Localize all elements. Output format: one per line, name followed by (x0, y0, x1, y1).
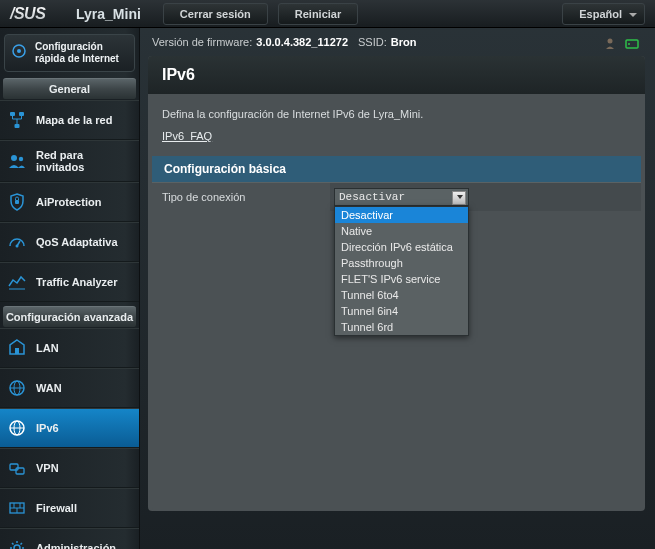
sidebar-item-label: QoS Adaptativa (36, 236, 118, 248)
connection-type-row: Tipo de conexión Desactivar Desactivar N… (152, 182, 641, 211)
connection-type-label: Tipo de conexión (152, 183, 330, 211)
wan-status-icon[interactable] (625, 36, 639, 50)
svg-rect-4 (15, 124, 20, 128)
ssid-label: SSID: (358, 36, 387, 48)
ipv6-faq-link[interactable]: IPv6_FAQ (148, 126, 645, 156)
svg-point-5 (11, 155, 17, 161)
sidebar-item-guest-network[interactable]: Red para invitados (0, 140, 139, 182)
svg-rect-11 (15, 348, 19, 354)
shield-icon (6, 191, 28, 213)
dropdown-option[interactable]: Desactivar (335, 207, 468, 223)
dropdown-option[interactable]: Native (335, 223, 468, 239)
svg-point-25 (14, 545, 20, 549)
sidebar-item-label: WAN (36, 382, 62, 394)
qis-label: Configuración rápida de Internet (35, 41, 119, 64)
sidebar-item-wan[interactable]: WAN (0, 368, 139, 408)
info-bar: Versión de firmware: 3.0.0.4.382_11272 S… (148, 28, 645, 56)
dropdown-option[interactable]: Tunnel 6in4 (335, 303, 468, 319)
product-name: Lyra_Mini (70, 6, 141, 22)
sidebar-item-label: Firewall (36, 502, 77, 514)
basic-config-header: Configuración básica (152, 156, 641, 182)
connection-type-select[interactable]: Desactivar (334, 188, 469, 206)
section-header-advanced: Configuración avanzada (3, 306, 136, 328)
traffic-analyzer-icon (6, 271, 28, 293)
sidebar-item-label: VPN (36, 462, 59, 474)
page-description: Defina la configuración de Internet IPv6… (148, 94, 645, 126)
chevron-down-icon (457, 195, 463, 199)
svg-point-6 (19, 157, 23, 161)
page-title: IPv6 (148, 56, 645, 94)
logout-button[interactable]: Cerrar sesión (163, 3, 268, 25)
sidebar-item-label: IPv6 (36, 422, 59, 434)
sidebar-item-label: Administración (36, 542, 116, 549)
sidebar-item-qos[interactable]: QoS Adaptativa (0, 222, 139, 262)
sidebar-item-aiprotection[interactable]: AiProtection (0, 182, 139, 222)
reboot-button[interactable]: Reiniciar (278, 3, 358, 25)
sidebar-item-vpn[interactable]: VPN (0, 448, 139, 488)
dropdown-option[interactable]: FLET'S IPv6 service (335, 271, 468, 287)
sidebar-item-label: Red para invitados (36, 149, 133, 173)
vpn-icon (6, 457, 28, 479)
firewall-icon (6, 497, 28, 519)
sidebar-item-traffic-analyzer[interactable]: Traffic Analyzer (0, 262, 139, 302)
brand-logo: /SUS (0, 5, 70, 23)
svg-point-9 (16, 245, 19, 248)
firmware-version: 3.0.0.4.382_11272 (256, 36, 348, 48)
svg-rect-31 (626, 40, 638, 48)
guest-network-icon (6, 150, 28, 172)
quick-internet-setup-button[interactable]: Configuración rápida de Internet (4, 34, 135, 72)
sidebar-item-label: Traffic Analyzer (36, 276, 118, 288)
globe-icon (6, 417, 28, 439)
gauge-icon (6, 231, 28, 253)
svg-rect-7 (15, 200, 19, 204)
gear-icon (6, 537, 28, 549)
select-value: Desactivar (339, 191, 405, 203)
dropdown-option[interactable]: Dirección IPv6 estática (335, 239, 468, 255)
main-content: Versión de firmware: 3.0.0.4.382_11272 S… (140, 28, 655, 549)
sidebar-item-label: AiProtection (36, 196, 101, 208)
language-selector[interactable]: Español (562, 3, 645, 25)
lan-icon (6, 337, 28, 359)
sidebar-item-ipv6[interactable]: IPv6 (0, 408, 139, 448)
client-status-icon[interactable] (605, 36, 619, 50)
sidebar-item-firewall[interactable]: Firewall (0, 488, 139, 528)
dropdown-option[interactable]: Tunnel 6rd (335, 319, 468, 335)
svg-rect-2 (10, 112, 15, 116)
setup-wizard-icon (11, 43, 27, 59)
connection-type-dropdown: Desactivar Native Dirección IPv6 estátic… (334, 206, 469, 336)
sidebar-item-label: LAN (36, 342, 59, 354)
sidebar-item-lan[interactable]: LAN (0, 328, 139, 368)
sidebar-item-administration[interactable]: Administración (0, 528, 139, 549)
svg-point-32 (628, 43, 630, 45)
ssid-value: Bron (391, 36, 417, 48)
sidebar-item-network-map[interactable]: Mapa de la red (0, 100, 139, 140)
sidebar: Configuración rápida de Internet General… (0, 28, 140, 549)
dropdown-option[interactable]: Tunnel 6to4 (335, 287, 468, 303)
globe-icon (6, 377, 28, 399)
sidebar-item-label: Mapa de la red (36, 114, 112, 126)
firmware-label: Versión de firmware: (152, 36, 252, 48)
section-header-general: General (3, 78, 136, 100)
svg-point-1 (17, 49, 21, 53)
network-map-icon (6, 109, 28, 131)
svg-rect-19 (16, 468, 24, 474)
ipv6-panel: IPv6 Defina la configuración de Internet… (148, 56, 645, 511)
dropdown-option[interactable]: Passthrough (335, 255, 468, 271)
svg-rect-18 (10, 464, 18, 470)
svg-rect-3 (19, 112, 24, 116)
svg-point-30 (608, 39, 613, 44)
top-bar: /SUS Lyra_Mini Cerrar sesión Reiniciar E… (0, 0, 655, 28)
